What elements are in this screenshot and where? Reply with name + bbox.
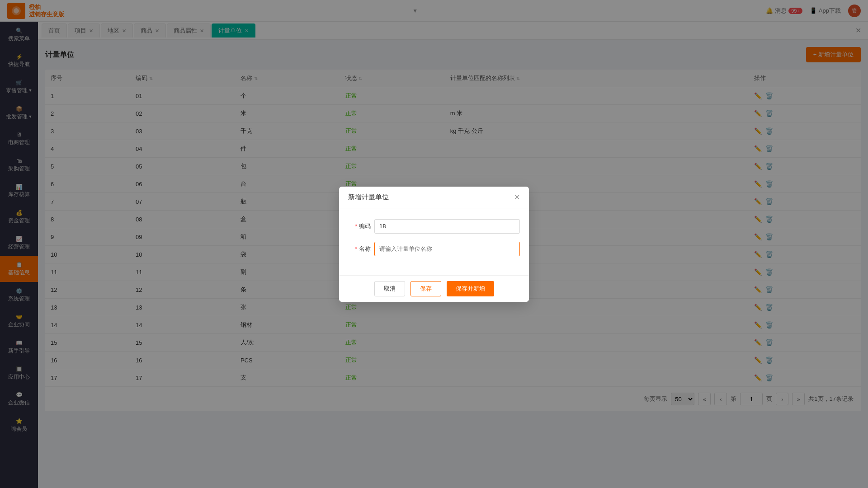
name-input[interactable]	[374, 242, 520, 256]
code-label: * 编码	[348, 222, 371, 230]
modal-body: * 编码 * 名称	[339, 208, 529, 275]
modal-title: 新增计量单位	[348, 193, 389, 202]
name-label-text: 名称	[359, 245, 371, 252]
modal-header: 新增计量单位 ✕	[339, 187, 529, 208]
modal-close-btn[interactable]: ✕	[514, 193, 520, 202]
form-row-name: * 名称	[348, 242, 520, 256]
modal-overlay[interactable]: 新增计量单位 ✕ * 编码 * 名称 取消 保存 保存并新增	[0, 0, 868, 488]
name-required-mark: *	[355, 245, 357, 252]
save-button[interactable]: 保存	[410, 281, 441, 296]
name-label: * 名称	[348, 245, 371, 253]
code-label-text: 编码	[359, 223, 371, 230]
modal-footer: 取消 保存 保存并新增	[339, 275, 529, 302]
code-required-mark: *	[355, 223, 357, 230]
cancel-button[interactable]: 取消	[374, 281, 405, 296]
code-input[interactable]	[374, 219, 520, 234]
add-unit-modal: 新增计量单位 ✕ * 编码 * 名称 取消 保存 保存并新增	[339, 187, 529, 302]
form-row-code: * 编码	[348, 219, 520, 234]
save-and-new-button[interactable]: 保存并新增	[447, 281, 494, 296]
